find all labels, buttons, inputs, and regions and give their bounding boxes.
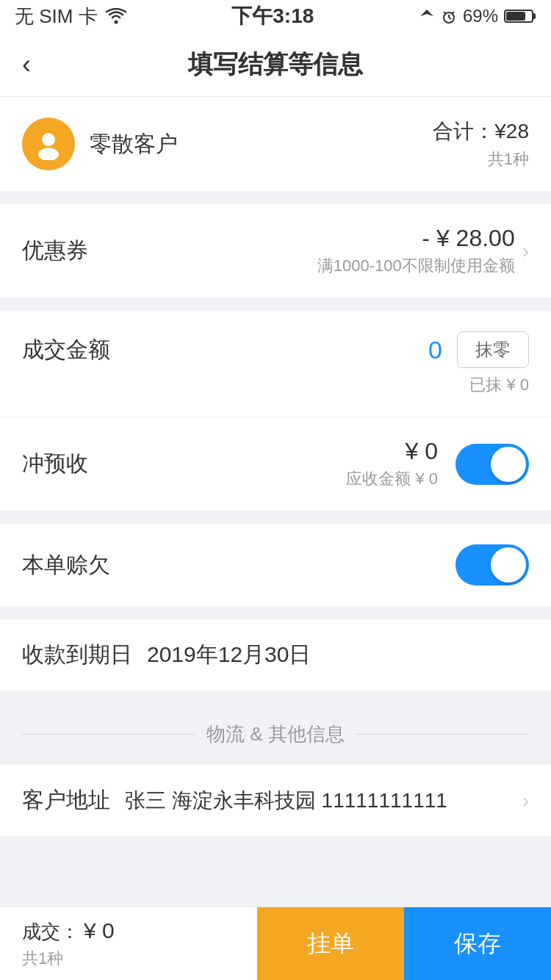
duedate-section: 收款到期日 2019年12月30日 [0,619,551,691]
debt-row: 本单赊欠 [22,544,529,586]
round-button[interactable]: 抹零 [457,331,529,368]
address-section[interactable]: 客户地址 张三 海淀永丰科技园 11111111111 › [0,765,551,836]
debt-section: 本单赊欠 [0,524,551,606]
customer-name: 零散客户 [90,129,178,159]
bottom-deal-label: 成交： [22,919,79,945]
divider-line-right [356,734,529,735]
save-button[interactable]: 保存 [404,907,551,981]
duedate-row: 收款到期日 2019年12月30日 [22,640,529,670]
coupon-right: - ¥ 28.00 满1000-100不限制使用金额 › [317,225,529,277]
bottom-info: 成交： ¥ 0 共1种 [0,918,257,970]
no-sim-label: 无 SIM 卡 [15,4,98,29]
logistics-divider: 物流 & 其他信息 [0,704,551,765]
customer-section: 零散客户 合计：¥28 共1种 [0,97,551,191]
hang-order-button[interactable]: 挂单 [257,907,404,981]
customer-left: 零散客户 [22,118,178,170]
toggle-knob [491,447,526,482]
chevron-right-icon: › [522,239,529,263]
prepay-label: 冲预收 [22,449,88,479]
svg-rect-6 [506,12,525,21]
total-amount: 合计：¥28 [433,118,529,145]
user-icon [32,128,65,160]
battery-icon [504,8,536,24]
address-label: 客户地址 [22,785,110,815]
address-value: 张三 海淀永丰科技园 11111111111 [125,787,447,815]
nav-bar: ‹ 填写结算等信息 [0,32,551,97]
back-button[interactable]: ‹ [22,49,31,80]
prepay-top: 冲预收 ¥ 0 应收金额 ¥ 0 [22,438,529,490]
status-left: 无 SIM 卡 [15,4,127,29]
address-chevron-icon: › [522,789,529,813]
status-time: 下午3:18 [231,2,314,30]
status-right: 69% [419,6,536,26]
debt-toggle[interactable] [455,544,529,586]
svg-point-0 [114,21,118,24]
transaction-section: 成交金额 0 抹零 已抹 ¥ 0 冲预收 ¥ 0 应收金额 ¥ 0 [0,311,551,511]
battery-percent: 69% [463,6,498,26]
page-title: 填写结算等信息 [188,48,363,82]
amount-value-area: 0 抹零 [428,331,529,368]
alarm-icon [441,8,457,24]
amount-row: 成交金额 0 抹零 已抹 ¥ 0 [0,311,551,417]
bottom-bar: 成交： ¥ 0 共1种 挂单 保存 [0,907,551,980]
duedate-value[interactable]: 2019年12月30日 [147,640,311,670]
coupon-desc: 满1000-100不限制使用金额 [317,255,515,277]
svg-point-8 [38,148,59,160]
bottom-count: 共1种 [22,948,235,970]
svg-line-3 [449,18,451,19]
status-bar: 无 SIM 卡 下午3:18 69% [0,0,551,32]
duedate-label: 收款到期日 [22,640,132,670]
coupon-label: 优惠券 [22,236,88,266]
address-left: 客户地址 张三 海淀永丰科技园 11111111111 [22,785,447,815]
amount-sub: 已抹 ¥ 0 [22,374,529,396]
wifi-icon [105,8,127,24]
prepay-right: ¥ 0 应收金额 ¥ 0 [346,438,529,490]
customer-summary: 合计：¥28 共1种 [433,118,529,170]
coupon-section[interactable]: 优惠券 - ¥ 28.00 满1000-100不限制使用金额 › [0,204,551,298]
svg-rect-5 [533,13,536,19]
coupon-discount: - ¥ 28.00 [317,225,515,252]
divider-line-left [22,734,195,735]
prepay-toggle[interactable] [455,444,529,485]
total-count: 共1种 [433,148,529,170]
prepay-sub-amount: 应收金额 ¥ 0 [346,468,438,490]
debt-label: 本单赊欠 [22,550,110,580]
prepay-row: 冲预收 ¥ 0 应收金额 ¥ 0 [0,417,551,511]
bottom-deal-amount: ¥ 0 [84,918,115,943]
prepay-main-amount: ¥ 0 [346,438,438,465]
debt-toggle-knob [491,547,526,583]
coupon-info: - ¥ 28.00 满1000-100不限制使用金额 [317,225,515,277]
logistics-label: 物流 & 其他信息 [206,721,345,747]
amount-value[interactable]: 0 [428,336,442,364]
amount-top: 成交金额 0 抹零 [22,331,529,368]
svg-point-7 [42,133,55,146]
prepay-amounts: ¥ 0 应收金额 ¥ 0 [346,438,438,490]
location-icon [419,8,435,24]
amount-label: 成交金额 [22,335,110,365]
avatar [22,118,75,170]
